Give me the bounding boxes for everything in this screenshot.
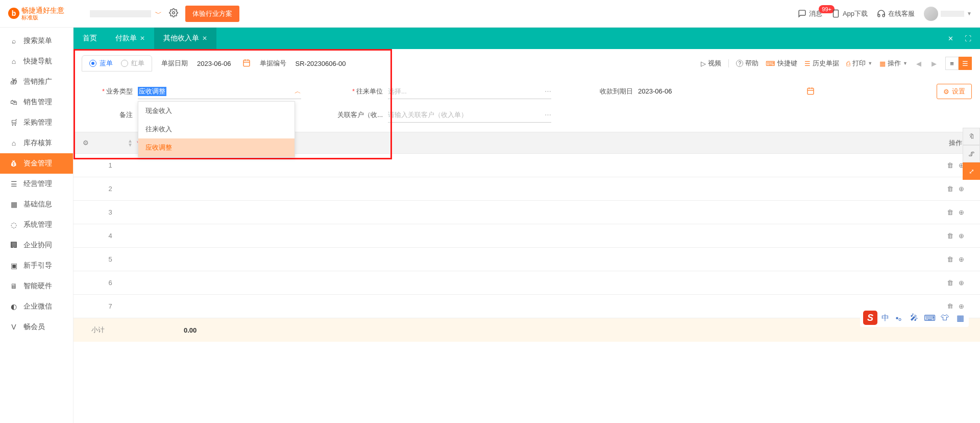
delete-row-icon[interactable]: 🗑︎ (947, 185, 953, 193)
sidebar-item-guide[interactable]: ▣新手引导 (0, 255, 73, 276)
add-row-icon[interactable]: ⊕ (959, 208, 964, 216)
table-row[interactable]: 5🗑︎⊕ (74, 248, 980, 271)
sidebar-item-purchase[interactable]: 🛒︎采购管理 (0, 112, 73, 133)
delete-row-icon[interactable]: 🗑︎ (947, 208, 953, 216)
calendar-icon[interactable] (806, 87, 815, 97)
delete-row-icon[interactable]: 🗑︎ (947, 255, 953, 263)
biz-type-option-cash[interactable]: 现金收入 (138, 102, 295, 120)
building-icon: 🏢︎ (9, 241, 18, 250)
product-edition: 标准版 (21, 14, 64, 20)
partner-select[interactable]: ⋯ (388, 84, 551, 99)
biz-type-option-exchange[interactable]: 往来收入 (138, 120, 295, 138)
ime-toolbox-icon[interactable]: ▦ (954, 313, 966, 323)
ime-skin-icon[interactable]: 👕︎ (939, 313, 950, 322)
add-row-icon[interactable]: ⊕ (959, 232, 964, 240)
company-selector[interactable]: ﹀ (90, 9, 162, 18)
try-industry-button[interactable]: 体验行业方案 (185, 6, 239, 22)
sogou-ime-logo-icon[interactable]: S (863, 311, 877, 325)
sidebar-item-member[interactable]: V畅会员 (0, 317, 73, 337)
table-row[interactable]: 3🗑︎⊕ (74, 201, 980, 224)
more-icon[interactable]: ⋯ (545, 87, 551, 95)
sidebar-item-sales[interactable]: 🛍︎销售管理 (0, 92, 73, 112)
gear-icon[interactable] (169, 8, 178, 19)
add-row-icon[interactable]: ⊕ (959, 185, 964, 193)
table-row[interactable]: 4🗑︎⊕ (74, 224, 980, 248)
messages-link[interactable]: 消息 99+ (798, 9, 822, 18)
close-icon[interactable]: ✕ (202, 35, 207, 42)
ime-punct-icon[interactable]: •ₒ (893, 313, 904, 323)
tabs-expand-icon[interactable]: ⛶ (962, 32, 974, 44)
add-row-icon[interactable]: ⊕ (959, 255, 964, 263)
sidebar-item-operation[interactable]: ☰经营管理 (0, 174, 73, 194)
due-date-label: 收款到期日 (582, 87, 638, 96)
float-tag-icon[interactable]: 🔖︎ (963, 128, 980, 145)
table-row[interactable]: 6🗑︎⊕ (74, 271, 980, 295)
sort-icon[interactable]: ▲▼ (128, 139, 133, 147)
sidebar-item-finance[interactable]: 💰︎资金管理 (0, 153, 73, 174)
chevron-down-icon: ▼ (967, 11, 972, 16)
tab-payment[interactable]: 付款单✕ (106, 28, 154, 49)
sidebar-item-base[interactable]: ▦基础信息 (0, 194, 73, 215)
table-settings-icon[interactable]: ⚙ (74, 139, 98, 147)
view-list-button[interactable]: ≡ (945, 57, 959, 70)
bag-icon: 🛒︎ (9, 118, 18, 127)
sidebar-item-hardware[interactable]: 🖥︎智能硬件 (0, 276, 73, 296)
company-name-redacted (90, 10, 151, 17)
biz-type-option-adjust[interactable]: 应收调整 (138, 138, 295, 157)
cart-icon: 🛍︎ (9, 98, 18, 107)
ime-keyboard-icon[interactable]: ⌨ (924, 313, 935, 323)
video-link[interactable]: ▷视频 (701, 59, 721, 68)
online-service-link[interactable]: 在线客服 (877, 9, 915, 18)
print-link[interactable]: ⎙打印▼ (846, 59, 872, 68)
close-icon[interactable]: ✕ (140, 35, 145, 42)
relate-customer-input[interactable] (388, 111, 545, 119)
sidebar-item-inventory[interactable]: ⌂库存核算 (0, 133, 73, 153)
next-doc-button[interactable]: ▶ (930, 60, 938, 67)
relate-customer-wrap[interactable]: ⋯ (388, 107, 551, 123)
biz-type-select[interactable]: 应收调整 ︿ (138, 84, 301, 99)
history-link[interactable]: ☰历史单据 (804, 59, 839, 68)
more-icon[interactable]: ⋯ (545, 111, 551, 119)
side-float-bar: 🔖︎ 🖇︎ ⤢ (963, 128, 980, 180)
sidebar-item-quicknav[interactable]: ⌂快捷导航 (0, 51, 73, 72)
user-menu[interactable]: ▼ (924, 7, 972, 21)
subtotal-row: 小计 0.00 (74, 318, 980, 342)
float-link-icon[interactable]: 🖇︎ (963, 145, 980, 162)
delete-row-icon[interactable]: 🗑︎ (947, 161, 953, 169)
help-link[interactable]: ?帮助 (736, 59, 758, 68)
add-row-icon[interactable]: ⊕ (959, 279, 964, 287)
doc-date-value[interactable]: 2023-06-06 (197, 60, 231, 67)
tabs-bar: 首页 付款单✕ 其他收入单✕ ✕ ⛶ (74, 28, 980, 49)
settings-button[interactable]: ⚙设置 (937, 84, 972, 99)
ime-mode[interactable]: 中 (881, 313, 889, 323)
delete-row-icon[interactable]: 🗑︎ (947, 279, 953, 287)
sidebar-item-search[interactable]: ⌕搜索菜单 (0, 31, 73, 51)
tabs-close-icon[interactable]: ✕ (944, 32, 957, 44)
tab-home[interactable]: 首页 (74, 28, 106, 49)
view-form-button[interactable]: ☰ (959, 57, 972, 70)
prev-doc-button[interactable]: ◀ (915, 60, 923, 67)
float-expand-icon[interactable]: ⤢ (963, 162, 980, 180)
avatar (924, 7, 938, 21)
table-row[interactable]: 2🗑︎⊕ (74, 177, 980, 201)
due-date-field[interactable]: 2023-06-06 (638, 84, 801, 99)
radio-red[interactable]: 红单 (121, 59, 144, 68)
shortcut-link[interactable]: ⌨快捷键 (766, 59, 797, 68)
calendar-icon[interactable] (242, 59, 251, 68)
report-icon: ☰ (9, 179, 18, 189)
guide-icon: ▣ (9, 261, 18, 270)
svg-rect-3 (243, 60, 250, 66)
table-row[interactable]: 7🗑︎⊕ (74, 295, 980, 318)
ime-mic-icon[interactable]: 🎤︎ (909, 313, 920, 322)
partner-input[interactable] (388, 87, 545, 95)
operate-link[interactable]: ▦操作▼ (879, 59, 908, 68)
radio-blue[interactable]: 蓝单 (89, 59, 113, 68)
sidebar-item-collab[interactable]: 🏢︎企业协同 (0, 235, 73, 255)
sidebar-item-wecom[interactable]: ◐企业微信 (0, 296, 73, 317)
sidebar-item-system[interactable]: ◌系统管理 (0, 215, 73, 235)
brand-logo-icon: b (8, 8, 19, 19)
tab-other-income[interactable]: 其他收入单✕ (154, 28, 216, 49)
app-download-link[interactable]: App下载 (831, 9, 868, 18)
delete-row-icon[interactable]: 🗑︎ (947, 232, 953, 240)
sidebar-item-marketing[interactable]: 🎁︎营销推广 (0, 72, 73, 92)
